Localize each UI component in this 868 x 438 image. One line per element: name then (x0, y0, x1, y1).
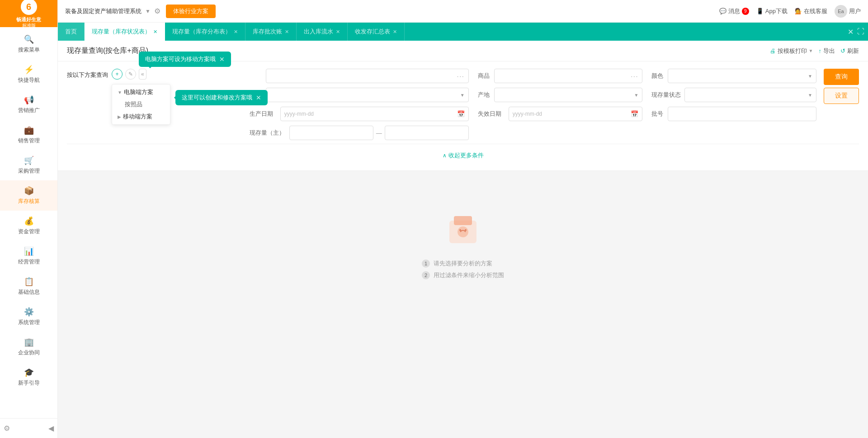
system-chevron-icon[interactable]: ▼ (145, 8, 151, 14)
user-item[interactable]: Ea 用户 (835, 5, 861, 18)
tab-inventory-dist[interactable]: 现存量（库存分布表） ✕ (165, 23, 245, 41)
stock-main-dash: — (376, 130, 382, 137)
edit-scheme-btn[interactable]: ✎ (125, 69, 136, 80)
tab-batch-close[interactable]: ✕ (285, 29, 289, 35)
nav-label-basic: 基础信息 (18, 288, 40, 296)
svg-point-3 (459, 229, 461, 231)
stock-main-from[interactable] (289, 126, 373, 140)
step-2-text: 用过滤条件来缩小分析范围 (434, 271, 504, 279)
tooltip1-text: 电脑方案可设为移动方案哦 (145, 55, 216, 63)
trial-btn[interactable]: 体验行业方案 (166, 5, 216, 18)
production-date-icon: 📅 (457, 110, 465, 118)
origin-select[interactable]: ▼ (494, 88, 643, 102)
stock-main-to[interactable] (385, 126, 469, 140)
reset-button[interactable]: 设置 (824, 88, 859, 104)
sidebar-item-enterprise[interactable]: 🏢 企业协同 (0, 332, 57, 362)
desktop-scheme-label: 电脑端方案 (124, 88, 153, 96)
color-select[interactable]: ▼ (668, 69, 816, 83)
tab-summary-close[interactable]: ✕ (393, 29, 397, 35)
sidebar-item-sales[interactable]: 💼 销售管理 (0, 120, 57, 150)
production-date-input[interactable]: yyyy-mm-dd 📅 (280, 107, 469, 121)
topbar-gear-icon[interactable]: ⚙ (154, 7, 160, 15)
search-nav-icon: 🔍 (24, 34, 34, 44)
warehouse-input[interactable]: ··· (266, 69, 469, 83)
scheme-back-btn[interactable]: « (139, 69, 146, 80)
production-date-field: 生产日期 yyyy-mm-dd 📅 (250, 107, 469, 121)
sidebar-item-quicknav[interactable]: ⚡ 快捷导航 (0, 59, 57, 89)
scheme-item-按照品[interactable]: 按照品 (125, 99, 165, 110)
svg-rect-1 (454, 216, 472, 225)
size-select[interactable]: ▼ (266, 88, 469, 102)
desktop-scheme-header[interactable]: ▼ 电脑端方案 (118, 88, 165, 96)
sidebar-item-search[interactable]: 🔍 搜索菜单 (0, 29, 57, 59)
collapse-button[interactable]: ∧ 收起更多条件 (67, 148, 859, 163)
desktop-expand-icon: ▼ (118, 90, 122, 95)
tooltip1-close[interactable]: ✕ (219, 56, 225, 63)
support-label: 在线客服 (804, 7, 827, 15)
export-icon: ↑ (819, 47, 822, 54)
tab-fullscreen-icon[interactable]: ⛶ (857, 28, 864, 36)
tab-flow[interactable]: 出入库流水 ✕ (297, 23, 348, 41)
sidebar-item-system[interactable]: ⚙️ 系统管理 (0, 301, 57, 332)
nav-label-system: 系统管理 (18, 319, 40, 326)
sidebar-item-finance[interactable]: 💰 资金管理 (0, 211, 57, 241)
sidebar-logo: 6 畅通好生意 标准版 (0, 0, 57, 27)
size-field: 尺码 ▼ (250, 88, 469, 102)
tab-batch[interactable]: 库存批次账 ✕ (245, 23, 297, 41)
sidebar-item-marketing[interactable]: 📢 营销推广 (0, 89, 57, 120)
nav-label-guide: 新手引导 (18, 379, 40, 387)
tab-flow-close[interactable]: ✕ (336, 29, 340, 35)
origin-chevron-icon: ▼ (634, 93, 638, 98)
refresh-icon: ↺ (840, 47, 845, 54)
batch-field: 批号 (651, 107, 816, 121)
expiry-date-icon: 📅 (631, 110, 638, 118)
tooltip2-close[interactable]: ✕ (256, 94, 261, 101)
app-download-item[interactable]: 📱 App下载 (756, 7, 788, 15)
add-scheme-btn[interactable]: + (112, 69, 123, 80)
tab-inventory-status-close[interactable]: ✕ (153, 29, 157, 35)
svg-point-2 (458, 226, 468, 237)
print-action[interactable]: 🖨 按模板打印 ▼ (770, 47, 813, 55)
collapse-up-icon: ∧ (443, 152, 447, 159)
inventory-icon: 📦 (24, 186, 34, 196)
sidebar-nav: 🔍 搜索菜单 ⚡ 快捷导航 📢 营销推广 💼 销售管理 🛒 采购管理 📦 库存核… (0, 27, 57, 418)
marketing-icon: 📢 (24, 95, 34, 105)
tab-home-label: 首页 (65, 28, 77, 36)
collapse-label: 收起更多条件 (448, 151, 484, 160)
sidebar-item-inventory[interactable]: 📦 库存核算 (0, 180, 57, 211)
filter-area: 按以下方案查询 + ✎ « 电脑方案可设为移动方案哦 ✕ (58, 61, 868, 171)
tab-inventory-status-label: 现存量（库存状况表） (92, 28, 151, 36)
tab-summary-label: 收发存汇总表 (355, 28, 390, 36)
stock-main-label: 现存量（主） (250, 129, 286, 137)
tab-inventory-dist-close[interactable]: ✕ (234, 29, 238, 35)
message-item[interactable]: 💬 消息 9 (719, 7, 749, 15)
tab-home[interactable]: 首页 (58, 23, 85, 41)
tab-inventory-status[interactable]: 现存量（库存状况表） ✕ (85, 23, 165, 41)
query-button[interactable]: 查询 (824, 69, 859, 85)
batch-label: 批号 (651, 110, 664, 118)
operations-icon: 📊 (24, 246, 34, 256)
stock-status-select[interactable]: ▼ (684, 88, 816, 102)
origin-field: 产地 ▼ (478, 88, 643, 102)
goods-input[interactable]: ··· (494, 69, 643, 83)
topbar-system: 装备及固定资产辅助管理系统 ▼ ⚙ (65, 7, 160, 15)
stock-main-field: 现存量（主） — (250, 126, 469, 140)
batch-input[interactable] (668, 107, 816, 121)
mobile-scheme-header[interactable]: ▶ 移动端方案 (118, 113, 165, 121)
settings-icon[interactable]: ⚙ (4, 424, 10, 433)
sidebar-item-operations[interactable]: 📊 经营管理 (0, 241, 57, 271)
sidebar-item-guide[interactable]: 🎓 新手引导 (0, 362, 57, 392)
sidebar-item-purchase[interactable]: 🛒 采购管理 (0, 150, 57, 180)
tab-close-all-icon[interactable]: ✕ (848, 28, 854, 36)
step-1-text: 请先选择要分析的方案 (434, 259, 492, 268)
stock-status-chevron-icon: ▼ (808, 93, 812, 98)
collapse-sidebar-icon[interactable]: ◀ (48, 424, 54, 433)
tab-summary[interactable]: 收发存汇总表 ✕ (348, 23, 405, 41)
export-action[interactable]: ↑ 导出 (819, 47, 835, 55)
refresh-action[interactable]: ↺ 刷新 (840, 47, 859, 55)
expiry-date-input[interactable]: yyyy-mm-dd 📅 (509, 107, 643, 121)
sidebar-item-basic[interactable]: 📋 基础信息 (0, 271, 57, 301)
support-item[interactable]: 💁 在线客服 (795, 7, 827, 15)
step-2-num: 2 (422, 271, 430, 279)
nav-label-operations: 经营管理 (18, 258, 40, 266)
